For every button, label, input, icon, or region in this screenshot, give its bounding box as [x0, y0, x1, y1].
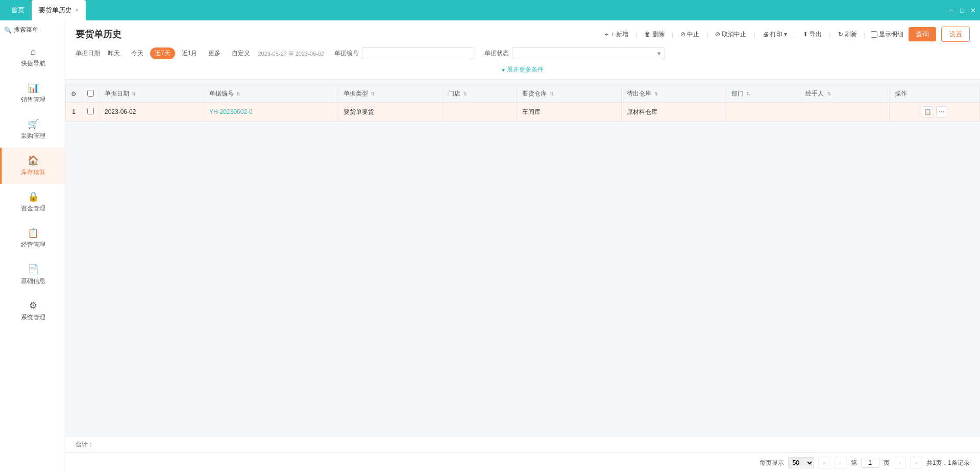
row-more-button[interactable]: ⋯ — [936, 106, 947, 117]
minimize-button[interactable]: ─ — [949, 7, 954, 14]
per-page-select[interactable]: 50 10 20 100 — [788, 457, 814, 468]
tab-close-icon[interactable]: × — [75, 7, 79, 14]
date-options: 昨天 今天 近7天 近1月 更多 自定义 — [103, 48, 255, 59]
refresh-btn-label: 刷新 — [845, 30, 857, 39]
maximize-button[interactable]: □ — [960, 7, 964, 14]
filter-bar: 单据日期 昨天 今天 近7天 近1月 更多 自定义 2023-05-27 至 2… — [76, 47, 970, 79]
last-page-icon: » — [914, 459, 918, 466]
sidebar-item-sales[interactable]: 📊 销售管理 — [0, 75, 65, 111]
col-type-label: 单据类型 — [344, 90, 368, 97]
row-seq: 1 — [66, 103, 82, 122]
close-button[interactable]: ✕ — [970, 7, 976, 14]
sort-pending-warehouse-icon: ⇅ — [654, 91, 658, 97]
date-btn-more[interactable]: 更多 — [204, 48, 225, 59]
more-icon: ⋯ — [939, 108, 945, 115]
sort-store-icon: ⇅ — [463, 91, 467, 97]
date-btn-today[interactable]: 今天 — [127, 48, 148, 59]
date-btn-7days[interactable]: 近7天 — [150, 48, 175, 59]
page-label: 第 — [851, 459, 857, 467]
last-page-button[interactable]: » — [910, 457, 922, 469]
status-select-wrap — [512, 47, 665, 59]
sidebar-item-purchase[interactable]: 🛒 采购管理 — [0, 111, 65, 148]
view-icon: 📋 — [924, 108, 932, 115]
date-range-display: 2023-05-27 至 2023-06-02 — [258, 50, 324, 58]
cancel-stop-btn-label: 取消中止 — [722, 30, 746, 39]
sidebar-item-system[interactable]: ⚙ 系统管理 — [0, 293, 65, 329]
date-btn-1month[interactable]: 近1月 — [177, 48, 202, 59]
sidebar-item-finance[interactable]: 🔒 资金管理 — [0, 184, 65, 220]
refresh-button[interactable]: ↻ 刷新 — [836, 30, 859, 39]
status-select[interactable] — [512, 47, 665, 59]
sort-req-warehouse-icon: ⇅ — [550, 91, 554, 97]
sidebar-item-operations[interactable]: 📋 经营管理 — [0, 220, 65, 256]
doc-number-input[interactable] — [362, 47, 474, 59]
page-header: 要货单历史 ＋ + 新增 | 🗑 删除 | ⊘ 中止 — [65, 20, 980, 80]
next-page-button[interactable]: › — [894, 457, 906, 469]
sort-type-icon: ⇅ — [371, 91, 375, 97]
system-icon: ⚙ — [29, 300, 37, 311]
export-button[interactable]: ⬆ 导出 — [801, 30, 824, 39]
row-checkbox[interactable] — [87, 108, 94, 114]
sidebar-item-label: 销售管理 — [21, 96, 45, 104]
delete-btn-label: 删除 — [652, 30, 665, 39]
total-label: 共1页，1条记录 — [926, 459, 970, 467]
show-detail-checkbox[interactable] — [871, 31, 877, 38]
select-all-checkbox[interactable] — [87, 90, 94, 97]
prev-page-button[interactable]: ‹ — [835, 457, 847, 469]
sidebar-item-basic-info[interactable]: 📄 基础信息 — [0, 256, 65, 293]
page-title-row: 要货单历史 ＋ + 新增 | 🗑 删除 | ⊘ 中止 — [76, 27, 970, 42]
expand-icon: ▾ — [502, 66, 505, 74]
search-label: 搜索菜单 — [14, 26, 38, 34]
print-button[interactable]: 🖨 打印 ▾ — [761, 30, 789, 39]
col-type[interactable]: 单据类型 ⇅ — [338, 85, 443, 103]
col-date[interactable]: 单据日期 ⇅ — [100, 85, 204, 103]
row-checkbox-cell — [82, 103, 100, 122]
tab-home[interactable]: 首页 — [4, 0, 32, 20]
page-label-end: 页 — [884, 459, 890, 467]
col-store-label: 门店 — [448, 90, 460, 97]
summary-bar: 合计： — [65, 437, 980, 452]
col-req-warehouse[interactable]: 要货仓库 ⇅ — [517, 85, 622, 103]
col-req-warehouse-label: 要货仓库 — [522, 90, 547, 97]
tab-requisition-history[interactable]: 要货单历史 × — [32, 0, 86, 20]
col-pending-warehouse[interactable]: 待出仓库 ⇅ — [622, 85, 726, 103]
table-row: 1 2023-06-02 YH-20230602-0 要货单要货 车间库 原材料… — [66, 103, 980, 122]
sidebar-item-label: 快捷导航 — [21, 59, 45, 68]
status-label: 单据状态 — [484, 49, 509, 58]
row-number-link[interactable]: YH-20230602-0 — [204, 103, 338, 122]
export-btn-label: 导出 — [810, 30, 822, 39]
row-handler — [800, 103, 890, 122]
cancel-stop-button[interactable]: ⊘ 取消中止 — [713, 30, 748, 39]
col-settings[interactable]: ⚙ — [66, 85, 82, 103]
new-button[interactable]: ＋ + 新增 — [601, 30, 630, 39]
tab-home-label: 首页 — [11, 6, 24, 15]
date-btn-yesterday[interactable]: 昨天 — [103, 48, 125, 59]
col-pending-warehouse-label: 待出仓库 — [627, 90, 651, 97]
col-store[interactable]: 门店 ⇅ — [443, 85, 517, 103]
first-page-button[interactable]: « — [818, 457, 830, 469]
stop-button[interactable]: ⊘ 中止 — [678, 30, 701, 39]
sidebar-item-label: 采购管理 — [21, 132, 45, 140]
sidebar: 🔍 搜索菜单 ⌂ 快捷导航 📊 销售管理 🛒 采购管理 🏠 库存核算 🔒 资金管… — [0, 20, 65, 473]
sidebar-item-quick-nav[interactable]: ⌂ 快捷导航 — [0, 39, 65, 75]
sidebar-item-inventory[interactable]: 🏠 库存核算 — [0, 148, 65, 184]
col-department[interactable]: 部门 ⇅ — [726, 85, 800, 103]
col-handler[interactable]: 经手人 ⇅ — [800, 85, 890, 103]
stop-btn-label: 中止 — [687, 30, 699, 39]
col-number[interactable]: 单据编号 ⇅ — [204, 85, 338, 103]
date-btn-custom[interactable]: 自定义 — [227, 48, 255, 59]
page-input[interactable] — [861, 458, 879, 468]
delete-button[interactable]: 🗑 删除 — [643, 30, 667, 39]
sidebar-search[interactable]: 🔍 搜索菜单 — [0, 20, 65, 39]
row-view-button[interactable]: 📋 — [922, 106, 933, 117]
expand-button[interactable]: ▾ 展开更多条件 — [502, 65, 544, 74]
row-operations: 📋 ⋯ — [895, 106, 974, 117]
query-button[interactable]: 查询 — [909, 27, 936, 41]
sidebar-item-label: 库存核算 — [21, 168, 45, 177]
show-detail-label: 显示明细 — [879, 30, 903, 39]
first-page-icon: « — [822, 459, 826, 466]
settings-button[interactable]: 设置 — [941, 27, 970, 42]
show-detail-toggle[interactable]: 显示明细 — [871, 30, 903, 39]
data-table: ⚙ 单据日期 ⇅ 单据编号 ⇅ 单据类型 — [65, 85, 980, 122]
sort-number-icon: ⇅ — [236, 91, 240, 97]
